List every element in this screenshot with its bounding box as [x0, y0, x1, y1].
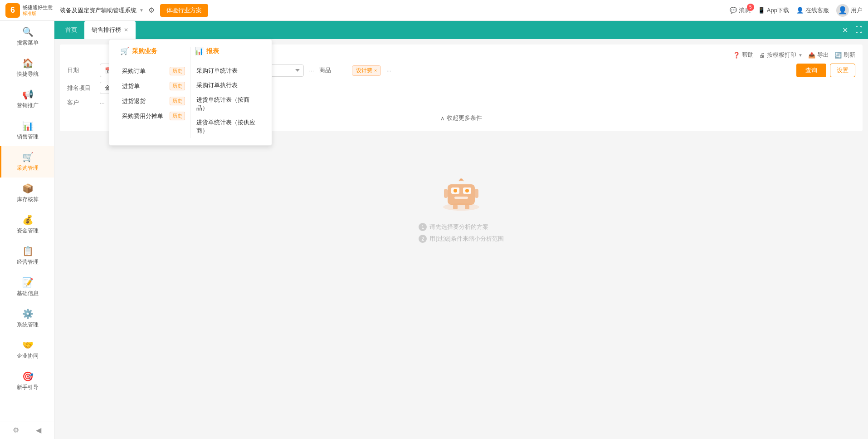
- export-icon: 📤: [808, 52, 815, 59]
- header-right: 💬 消息 5 📱 App下载 👤 在线客服 👤 用户: [730, 4, 863, 17]
- history-badge-3: 历史: [170, 112, 185, 120]
- search-icon: 🔍: [22, 26, 34, 37]
- purchase-stock-item[interactable]: 进货单 历史: [120, 79, 187, 94]
- collapse-icon: ∧: [440, 115, 445, 122]
- purchase-section: 🛒 采购业务 采购订单 历史 进货单 历史 进货退货 历史 采购费用分摊单: [117, 47, 190, 138]
- customer-ellipsis[interactable]: ···: [100, 99, 105, 106]
- sales-icon: 📊: [22, 120, 34, 131]
- settings-button[interactable]: 设置: [830, 64, 855, 77]
- trial-button[interactable]: 体验行业方案: [160, 4, 208, 17]
- sidebar-item-guide[interactable]: 🎯 新手引导: [0, 365, 54, 397]
- footer-settings-icon[interactable]: ⚙: [13, 426, 19, 434]
- sidebar-item-finance[interactable]: 💰 资金管理: [0, 209, 54, 240]
- sidebar-item-search[interactable]: 🔍 搜索菜单: [0, 21, 54, 52]
- goods-tag: 设计费 ×: [352, 65, 381, 76]
- empty-hint-2: 2 用[过滤]条件来缩小分析范围: [419, 233, 503, 245]
- main-layout: 🔍 搜索菜单 🏠 快捷导航 📢 营销推广 📊 销售管理 🛒 采购管理 📦 库存核…: [0, 21, 868, 439]
- footer-collapse-icon[interactable]: ◀: [36, 426, 41, 434]
- history-badge-2: 历史: [170, 97, 185, 105]
- sidebar-item-enterprise[interactable]: 🤝 企业协同: [0, 334, 54, 365]
- sidebar-item-purchase[interactable]: 🛒 采购管理: [0, 146, 54, 178]
- basic-icon: 📝: [22, 277, 34, 288]
- app-download-button[interactable]: 📱 App下载: [758, 6, 789, 15]
- export-button[interactable]: 📤 导出: [808, 51, 829, 59]
- sidebar-item-system[interactable]: ⚙️ 系统管理: [0, 303, 54, 334]
- report-order-stats-item[interactable]: 采购订单统计表: [195, 64, 261, 78]
- svg-rect-7: [444, 189, 448, 198]
- tab-home[interactable]: 首页: [58, 21, 84, 39]
- inventory-icon: 📦: [22, 183, 34, 194]
- report-order-exec-item[interactable]: 采购订单执行表: [195, 78, 261, 93]
- svg-point-5: [465, 189, 469, 192]
- sidebar-footer: ⚙ ◀: [0, 421, 54, 439]
- svg-rect-1: [448, 184, 475, 205]
- report-section: 📊 报表 采购订单统计表 采购订单执行表 进货单统计表（按商品） 进货单统计表（…: [190, 47, 264, 138]
- user-menu[interactable]: 👤 用户: [836, 4, 863, 17]
- goods-tag-close-icon[interactable]: ×: [374, 68, 377, 73]
- message-button[interactable]: 💬 消息 5: [730, 6, 751, 15]
- tab-bar: 首页 销售排行榜 ✕ ✕ ⛶: [54, 21, 868, 39]
- doc-status-ellipsis[interactable]: ···: [309, 67, 314, 74]
- system-icon: ⚙️: [22, 308, 34, 319]
- purchase-return-item[interactable]: 进货退货 历史: [120, 94, 187, 109]
- svg-rect-10: [465, 205, 469, 209]
- svg-rect-8: [475, 189, 478, 198]
- sidebar: 🔍 搜索菜单 🏠 快捷导航 📢 营销推广 📊 销售管理 🛒 采购管理 📦 库存核…: [0, 21, 54, 439]
- purchase-dropdown: 🛒 采购业务 采购订单 历史 进货单 历史 进货退货 历史 采购费用分摊单: [109, 39, 272, 146]
- purchase-icon: 🛒: [22, 152, 34, 163]
- home-icon: 🏠: [22, 58, 34, 69]
- system-settings-icon[interactable]: ⚙: [148, 6, 155, 15]
- service-icon: 👤: [796, 7, 804, 14]
- tab-fullscreen-icon[interactable]: ⛶: [853, 24, 864, 36]
- report-stock-supplier-item[interactable]: 进货单统计表（按供应商）: [195, 115, 261, 138]
- mobile-icon: 📱: [758, 7, 765, 14]
- refresh-icon: 🔄: [834, 52, 842, 59]
- empty-hint-1: 1 请先选择要分析的方案: [419, 221, 503, 233]
- history-badge-0: 历史: [170, 67, 185, 75]
- help-button[interactable]: ❓ 帮助: [733, 51, 754, 59]
- svg-point-11: [460, 178, 463, 181]
- system-title-arrow-icon: ▼: [139, 8, 144, 13]
- tab-close-icon[interactable]: ✕: [124, 27, 128, 33]
- report-section-title: 📊 报表: [195, 47, 261, 58]
- logo-icon: 6: [5, 3, 20, 18]
- sidebar-item-operation[interactable]: 📋 经营管理: [0, 240, 54, 271]
- online-service-button[interactable]: 👤 在线客服: [796, 6, 829, 15]
- purchase-order-item[interactable]: 采购订单 历史: [120, 64, 187, 79]
- finance-icon: 💰: [22, 214, 34, 225]
- history-badge-1: 历史: [170, 82, 185, 90]
- tab-bar-right: ✕ ⛶: [840, 24, 864, 36]
- report-stock-goods-item[interactable]: 进货单统计表（按商品）: [195, 93, 261, 115]
- print-button[interactable]: 🖨 按模板打印 ▼: [759, 51, 803, 59]
- user-avatar: 👤: [836, 4, 849, 17]
- goods-ellipsis[interactable]: ···: [386, 67, 391, 74]
- purchase-section-icon: 🛒: [120, 47, 129, 55]
- purchase-section-title: 🛒 采购业务: [120, 47, 187, 58]
- sidebar-item-quick[interactable]: 🏠 快捷导航: [0, 52, 54, 84]
- marketing-icon: 📢: [22, 89, 34, 100]
- sidebar-item-marketing[interactable]: 📢 营销推广: [0, 84, 54, 115]
- top-header: 6 畅捷通好生意 标准版 装备及固定资产辅助管理系统 ▼ ⚙ 体验行业方案 💬 …: [0, 0, 868, 21]
- svg-rect-9: [453, 205, 458, 209]
- sidebar-item-sales[interactable]: 📊 销售管理: [0, 115, 54, 146]
- message-icon: 💬: [730, 7, 737, 14]
- sidebar-item-inventory[interactable]: 📦 库存核算: [0, 178, 54, 209]
- operation-icon: 📋: [22, 246, 34, 256]
- svg-rect-6: [454, 197, 468, 199]
- help-icon: ❓: [733, 52, 740, 59]
- message-badge: 5: [747, 4, 754, 11]
- print-dropdown-icon: ▼: [798, 53, 803, 58]
- empty-state: 1 请先选择要分析的方案 2 用[过滤]条件来缩小分析范围: [60, 137, 863, 281]
- system-title[interactable]: 装备及固定资产辅助管理系统 ▼: [60, 6, 144, 15]
- content-area: 首页 销售排行榜 ✕ ✕ ⛶ 🛒 采购业务 采购订单 历史: [54, 21, 868, 439]
- tab-close-all-icon[interactable]: ✕: [840, 24, 850, 36]
- purchase-expense-item[interactable]: 采购费用分摊单 历史: [120, 109, 187, 123]
- query-button[interactable]: 查询: [796, 64, 826, 77]
- refresh-button[interactable]: 🔄 刷新: [834, 51, 855, 59]
- empty-hints: 1 请先选择要分析的方案 2 用[过滤]条件来缩小分析范围: [419, 221, 503, 245]
- report-section-icon: 📊: [195, 47, 204, 55]
- tab-sales-rank[interactable]: 销售排行榜 ✕: [84, 21, 136, 39]
- sidebar-item-basic[interactable]: 📝 基础信息: [0, 271, 54, 303]
- svg-point-4: [454, 189, 457, 192]
- print-icon: 🖨: [759, 52, 765, 59]
